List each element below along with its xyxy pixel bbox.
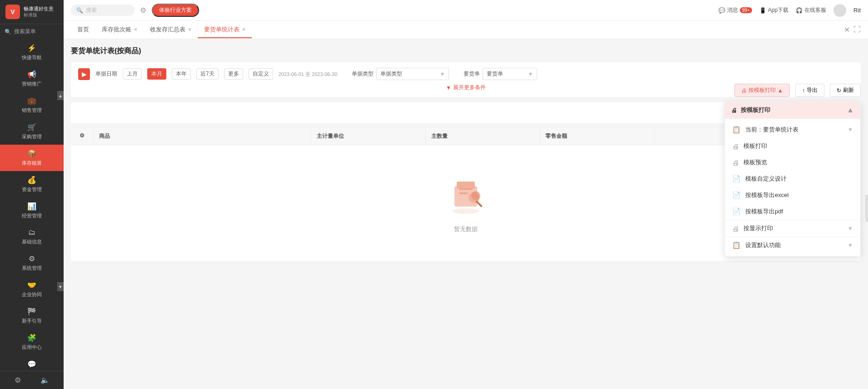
template-print-item[interactable]: 🖨 模板打印	[725, 138, 860, 154]
maximize-icon[interactable]: ⛶	[853, 25, 861, 34]
refresh-icon: ↻	[837, 87, 841, 94]
guide-icon: 🏁	[27, 307, 36, 316]
date-this-month[interactable]: 本月	[147, 68, 166, 80]
export-pdf-item[interactable]: 📄 按模板导出pdf	[725, 203, 860, 220]
date-last-month[interactable]: 上月	[123, 68, 142, 80]
service-label: 在线客服	[804, 6, 826, 14]
sidebar-item-label: 企业协同	[22, 291, 42, 298]
date-this-year[interactable]: 本年	[172, 68, 191, 80]
svg-point-6	[471, 191, 480, 200]
print-dropdown: 🖨 按模板打印 ▲ 📋 当前：要货单统计表 ▼ 🖨 模板打印 🖨	[724, 101, 861, 257]
sidebar-item-system[interactable]: ⚙ 系统管理	[0, 250, 64, 276]
search-text: 搜索	[86, 6, 97, 14]
tab-actions: ✕ ⛶	[844, 25, 861, 34]
tab-demand[interactable]: 要货单统计表 ×	[198, 22, 252, 38]
template-design-label: 模板自定义设计	[745, 175, 853, 183]
sidebar-item-basic[interactable]: 🗂 基础信息	[0, 224, 64, 250]
printer-icon: 🖨	[732, 142, 739, 150]
sidebar-item-wechat[interactable]: 💬 企业微信	[0, 355, 64, 371]
sidebar: V 畅康通好生意 标准版 🔍 搜索菜单 ⚡ 快捷导航 📢 营销推广 💼 销售管理…	[0, 0, 64, 389]
chevron-down-icon: ▼	[439, 71, 445, 77]
main-content: 🔍 搜索 ⚙ 体验行业方案 💬 消息 99+ 📱 App下载 🎧 在线客服 Ri…	[64, 0, 868, 389]
sidebar-item-finance[interactable]: 💰 资金管理	[0, 171, 64, 197]
current-template-item[interactable]: 📋 当前：要货单统计表 ▼	[725, 121, 860, 138]
tab-label: 要货单统计表	[204, 25, 239, 34]
sidebar-item-purchase[interactable]: 🛒 采购管理	[0, 118, 64, 145]
tab-batch[interactable]: 库存批次账 ×	[95, 22, 144, 38]
sidebar-item-apps[interactable]: 🧩 应用中心	[0, 329, 64, 355]
date-last-7days[interactable]: 近7天	[196, 68, 219, 80]
app-icon: 📱	[759, 7, 766, 14]
topbar-search[interactable]: 🔍 搜索	[71, 5, 135, 16]
content-area: 要货单统计表(按商品) ▶ 单据日期 上月 本月 本年 近7天 更多 自定义 2…	[64, 39, 868, 389]
collapse-filter-button[interactable]: ▶	[78, 68, 90, 80]
sidebar-item-inventory[interactable]: 📦 库存核算	[0, 145, 64, 171]
settings-icon[interactable]: ⚙	[140, 6, 146, 15]
topbar: 🔍 搜索 ⚙ 体验行业方案 💬 消息 99+ 📱 App下载 🎧 在线客服 Ri…	[64, 0, 868, 21]
tab-home[interactable]: 首页	[71, 22, 95, 38]
tab-receipts[interactable]: 收发存汇总表 ×	[144, 22, 198, 38]
th-amount: 零售金额	[540, 128, 654, 145]
template-design-item[interactable]: 📄 模板自定义设计	[725, 171, 860, 187]
demand-filter-label: 要货单	[464, 70, 480, 78]
scroll-down[interactable]: ▼	[57, 282, 64, 291]
dropdown-title-area: 🖨 按模板打印	[731, 106, 770, 114]
sidebar-item-operation[interactable]: 📊 经营管理	[0, 197, 64, 224]
chevron-up-icon: ▲	[778, 87, 783, 94]
close-icon[interactable]: ×	[188, 26, 191, 33]
th-settings[interactable]: ⚙	[71, 128, 94, 145]
sidebar-item-shortcut[interactable]: ⚡ 快捷导航	[0, 39, 64, 66]
sidebar-item-label: 基础信息	[22, 238, 42, 245]
trial-button[interactable]: 体验行业方案	[152, 4, 199, 17]
collab-icon: 🤝	[27, 281, 36, 289]
date-filter-label: 单据日期	[95, 70, 117, 78]
search-icon: 🔍	[5, 29, 11, 35]
sidebar-search[interactable]: 🔍 搜索菜单	[0, 24, 64, 39]
default-setting-item[interactable]: 📋 设置默认功能 ▼	[725, 237, 860, 253]
demand-select[interactable]: 要货单 ▼	[483, 68, 537, 80]
sidebar-item-marketing[interactable]: 📢 营销推广	[0, 66, 64, 92]
date-more[interactable]: 更多	[224, 68, 243, 80]
default-setting-label: 设置默认功能	[745, 241, 843, 249]
export-excel-item[interactable]: 📄 按模板导出excel	[725, 187, 860, 203]
type-select[interactable]: 单据类型 ▼	[376, 68, 449, 80]
avatar[interactable]	[833, 4, 846, 17]
system-icon: ⚙	[29, 254, 35, 263]
finance-icon: 💰	[27, 176, 36, 184]
type-select-value: 单据类型	[380, 70, 402, 78]
template-print-label: 模板打印	[743, 142, 853, 150]
print-template-button[interactable]: 🖨 按模板打印 ▲	[734, 84, 790, 97]
close-icon[interactable]: ×	[134, 26, 137, 33]
app-download-button[interactable]: 📱 App下载	[759, 6, 788, 14]
display-print-item[interactable]: 🖨 按显示打印 ▼	[725, 220, 860, 237]
search-label: 搜索菜单	[14, 28, 36, 35]
excel-icon: 📄	[732, 191, 741, 199]
page-title: 要货单统计表(按商品)	[71, 46, 861, 56]
resize-handle[interactable]	[865, 195, 868, 222]
template-icon: 📋	[732, 126, 741, 134]
dropdown-title: 按模板打印	[741, 106, 770, 114]
sidebar-item-collab[interactable]: 🤝 企业协同	[0, 276, 64, 303]
sidebar-item-label: 库存核算	[22, 160, 42, 167]
type-filter-label: 单据类型	[352, 70, 374, 78]
expand-more-button[interactable]: ▼ 展开更多条件	[446, 84, 486, 91]
messages-button[interactable]: 💬 消息 99+	[718, 6, 752, 14]
sidebar-scroll: ▲ ▼	[57, 91, 64, 291]
volume-icon[interactable]: 🔈	[40, 376, 50, 384]
online-service-button[interactable]: 🎧 在线客服	[796, 6, 826, 14]
date-custom[interactable]: 自定义	[249, 68, 273, 80]
template-preview-item[interactable]: 🖨 模板预览	[725, 154, 860, 171]
svg-rect-2	[457, 182, 475, 189]
search-icon: 🔍	[76, 7, 83, 14]
sidebar-item-sales[interactable]: 💼 销售管理	[0, 92, 64, 118]
refresh-button[interactable]: ↻ 刷新	[830, 84, 861, 97]
scroll-up[interactable]: ▲	[57, 91, 64, 100]
close-window-icon[interactable]: ✕	[844, 25, 850, 34]
sidebar-item-guide[interactable]: 🏁 新手引导	[0, 303, 64, 329]
settings-icon[interactable]: ⚙	[15, 376, 21, 384]
sidebar-item-label: 采购管理	[22, 133, 42, 140]
export-button[interactable]: ↑ 导出	[795, 84, 824, 97]
dropdown-close-icon[interactable]: ▲	[847, 106, 854, 114]
close-icon[interactable]: ×	[242, 26, 245, 33]
svg-rect-4	[459, 192, 468, 194]
